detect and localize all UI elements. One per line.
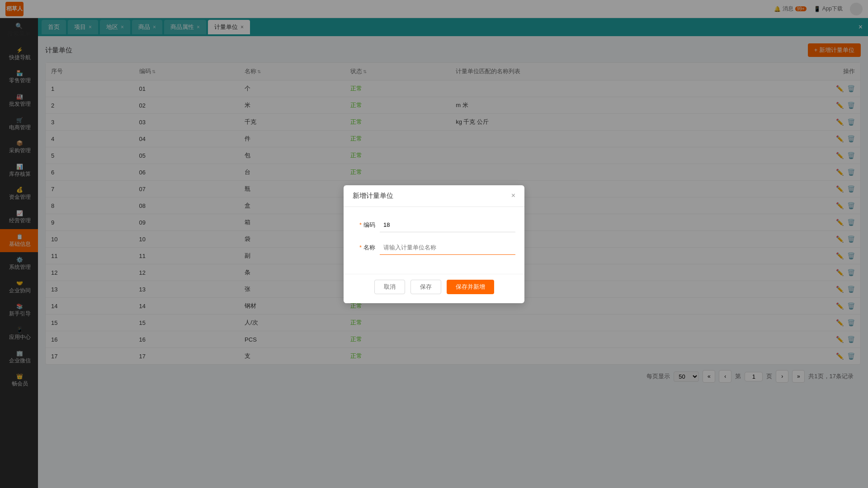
cancel-button[interactable]: 取消 [374,280,405,294]
modal-close-button[interactable]: × [511,192,515,200]
form-item-code: 编码 [353,218,515,232]
code-label: 编码 [353,221,380,229]
name-input[interactable] [380,240,515,255]
form-item-name: 名称 [353,240,515,255]
add-unit-modal: 新增计量单位 × 编码 名称 取消 保存 保存并新增 [344,185,524,303]
code-input[interactable] [380,218,515,232]
modal-overlay[interactable]: 新增计量单位 × 编码 名称 取消 保存 保存并新增 [0,0,868,488]
modal-footer: 取消 保存 保存并新增 [344,274,524,303]
modal-title: 新增计量单位 [353,192,393,200]
modal-header: 新增计量单位 × [344,185,524,207]
modal-body: 编码 名称 [344,207,524,274]
save-button[interactable]: 保存 [410,280,441,294]
save-new-button[interactable]: 保存并新增 [447,280,494,294]
name-label: 名称 [353,244,380,252]
